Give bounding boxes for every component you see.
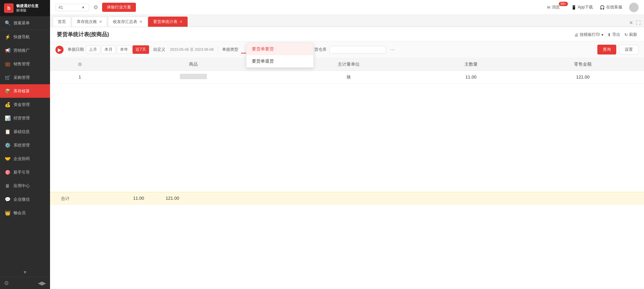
- vip-icon: 👑: [4, 209, 11, 216]
- app-download-label: App下载: [578, 4, 593, 10]
- dropdown-item-require[interactable]: 要货单要货: [246, 43, 313, 55]
- query-button[interactable]: 查询: [597, 45, 616, 54]
- sidebar-item-label: 畅会员: [14, 210, 26, 216]
- app-logo: b 畅捷通好生意 标准版: [0, 0, 50, 16]
- tabs-end-buttons: ✕ ⛶: [628, 19, 641, 27]
- collapse-icon[interactable]: ◀▶: [38, 280, 46, 286]
- footer-amount: 121.00: [156, 196, 189, 202]
- company-selector[interactable]: 41 ▾: [55, 4, 89, 11]
- refresh-label: 刷新: [629, 32, 637, 38]
- column-settings-icon[interactable]: ⚙: [78, 62, 82, 67]
- filter-date-prev-month[interactable]: 上月: [86, 45, 100, 54]
- inventory-icon: 📦: [4, 88, 11, 94]
- cell-product: [110, 71, 277, 84]
- dropdown-item-return[interactable]: 要货单退货: [246, 55, 313, 67]
- filter-date-range: 2023-05-06 至 2023-06-06: [170, 47, 214, 52]
- sidebar-item-purchase[interactable]: 🛒 采购管理: [0, 71, 50, 84]
- print-btn[interactable]: 🖨 按模板打印 ▾: [574, 32, 603, 38]
- filter-more-options-icon[interactable]: ···: [389, 47, 396, 53]
- th-settings[interactable]: ⚙: [50, 58, 110, 71]
- tab-close-icon[interactable]: ✕: [139, 20, 142, 24]
- table-body: 1 块 11.00 121.00: [50, 71, 644, 84]
- logo-icon: b: [4, 3, 14, 13]
- tabs-close-all-btn[interactable]: ✕: [628, 19, 634, 26]
- settings-icon[interactable]: ⚙: [4, 280, 9, 286]
- tab-receive-summary[interactable]: 收发存汇总表 ✕: [108, 17, 147, 27]
- tab-label: 首页: [58, 19, 66, 25]
- tab-label: 收发存汇总表: [113, 19, 137, 25]
- tab-order-stats[interactable]: 要货单统计表 ✕: [148, 17, 188, 27]
- sidebar-item-inventory[interactable]: 📦 库存核算: [0, 84, 50, 98]
- sidebar-scroll-down[interactable]: ▼: [0, 268, 50, 277]
- cell-unit: 块: [277, 71, 420, 84]
- export-btn[interactable]: ⬆ 导出: [607, 32, 620, 38]
- tab-inventory-batch[interactable]: 库存批次账 ✕: [72, 17, 107, 27]
- table-row: 1 块 11.00 121.00: [50, 71, 644, 84]
- filter-date-7days[interactable]: 近7天: [133, 45, 149, 54]
- tab-label: 要货单统计表: [153, 19, 177, 25]
- sidebar-item-appcenter[interactable]: 🖥 应用中心: [0, 179, 50, 193]
- sidebar-item-label: 基础信息: [14, 129, 30, 135]
- footer-values: 11.00 121.00: [122, 196, 189, 202]
- filter-date-year[interactable]: 本年: [117, 45, 131, 54]
- messages-badge: 99+: [559, 2, 568, 6]
- refresh-btn[interactable]: ↻ 刷新: [624, 32, 637, 38]
- user-avatar[interactable]: [629, 3, 639, 12]
- sidebar-item-finance[interactable]: 💰 资金管理: [0, 98, 50, 111]
- marketing-icon: 📢: [4, 47, 11, 54]
- tab-home[interactable]: 首页: [53, 17, 71, 27]
- sidebar-item-marketing[interactable]: 📢 营销推广: [0, 44, 50, 57]
- app-version: 标准版: [16, 8, 39, 13]
- app-download-btn[interactable]: 📱 App下载: [571, 4, 593, 10]
- filter-warehouse-input[interactable]: [329, 46, 386, 53]
- filter-separator-1: [218, 46, 218, 53]
- cell-amount: 121.00: [522, 71, 644, 84]
- operations-icon: 📊: [4, 115, 11, 121]
- data-table: ⚙ 商品 主计量单位 主数量 零售金额 1 块 11.00: [50, 58, 644, 84]
- sidebar-item-label: 快捷导航: [14, 34, 30, 40]
- page-header-actions: 🖨 按模板打印 ▾ ⬆ 导出 ↻ 刷新: [574, 32, 637, 38]
- footer-label: 合计: [54, 196, 122, 202]
- footer-quantity: 11.00: [122, 196, 156, 202]
- sidebar-item-quicknav[interactable]: ⚡ 快捷导航: [0, 30, 50, 44]
- tab-close-icon[interactable]: ✕: [99, 20, 102, 24]
- selector-arrow: ▾: [82, 5, 84, 10]
- tab-close-icon[interactable]: ✕: [180, 20, 183, 24]
- filter-warehouse-section: 要货仓库 ···: [310, 46, 396, 53]
- filter-expand-btn[interactable]: ▶: [55, 46, 64, 54]
- topbar-right: ✉ 消息 99+ 📱 App下载 🎧 在线客服: [547, 3, 639, 12]
- sidebar-item-label: 经营管理: [14, 115, 30, 121]
- sidebar-item-label: 库存核算: [14, 88, 30, 94]
- sidebar-item-operations[interactable]: 📊 经营管理: [0, 111, 50, 125]
- sidebar-item-system[interactable]: ⚙️ 系统管理: [0, 138, 50, 152]
- sidebar-item-collab[interactable]: 🤝 企业协同: [0, 152, 50, 165]
- appcenter-icon: 🖥: [4, 182, 11, 189]
- export-icon: ⬆: [607, 32, 611, 37]
- table-footer: 合计 11.00 121.00: [50, 192, 644, 205]
- service-btn[interactable]: 🎧 在线客服: [600, 4, 622, 10]
- th-quantity: 主数量: [420, 58, 522, 71]
- sidebar-item-label: 应用中心: [14, 183, 30, 189]
- sidebar-item-search[interactable]: 🔍 搜索菜单: [0, 16, 50, 30]
- th-amount: 零售金额: [522, 58, 644, 71]
- sidebar-item-base-info[interactable]: 📋 基础信息: [0, 125, 50, 138]
- tabs-expand-btn[interactable]: ⛶: [635, 19, 641, 26]
- topbar-gear-icon[interactable]: ⚙: [93, 4, 98, 10]
- phone-icon: 📱: [571, 5, 576, 10]
- sidebar-item-wechat[interactable]: 💬 企业微信: [0, 193, 50, 206]
- sidebar-item-sales[interactable]: 💼 销售管理: [0, 57, 50, 71]
- service-label: 在线客服: [606, 4, 622, 10]
- sidebar-item-guide[interactable]: 🎯 新手引导: [0, 165, 50, 179]
- collab-icon: 🤝: [4, 155, 11, 162]
- sidebar-item-label: 营销推广: [14, 48, 30, 53]
- type-filter-label: 单据类型: [222, 47, 238, 52]
- filter-action-btns: 查询 设置: [597, 45, 639, 54]
- promo-button[interactable]: 体验行业方案: [102, 3, 136, 12]
- page-header: 要货单统计表(按商品) 🖨 按模板打印 ▾ ⬆ 导出 ↻ 刷新: [50, 27, 644, 41]
- messages-btn[interactable]: ✉ 消息 99+: [547, 4, 565, 10]
- settings-button[interactable]: 设置: [619, 45, 639, 54]
- main-content: 41 ▾ ⚙ 体验行业方案 ✉ 消息 99+ 📱 App下载 🎧 在线客服: [50, 0, 644, 289]
- filter-date-custom[interactable]: 自定义: [150, 46, 168, 53]
- sidebar-item-vip[interactable]: 👑 畅会员: [0, 206, 50, 220]
- filter-date-cur-month[interactable]: 本月: [101, 45, 116, 54]
